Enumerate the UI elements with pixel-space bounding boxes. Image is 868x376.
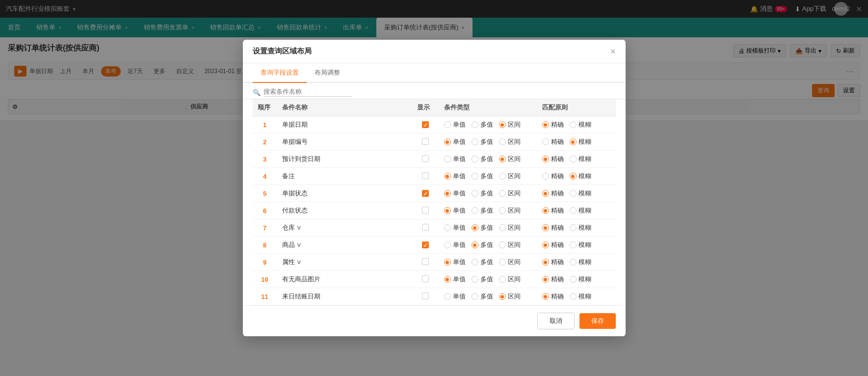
- row-type-radio: 单值多值区间: [439, 116, 537, 121]
- row-order: 1: [253, 116, 277, 121]
- modal-col-match: 匹配原则: [537, 99, 616, 116]
- modal-table-row: 1单据日期✓单值多值区间精确模糊: [253, 116, 616, 121]
- modal-search-area: 🔍: [243, 83, 626, 99]
- modal-col-display: 显示: [412, 99, 439, 116]
- modal-table-wrap: 顺序 条件名称 显示 条件类型 匹配原则 1单据日期✓单值多值区间精确模糊2单据…: [243, 99, 626, 120]
- modal-overlay: 设置查询区域布局 × 查询字段设置 布局调整 🔍 顺序: [0, 0, 868, 120]
- modal-table: 顺序 条件名称 显示 条件类型 匹配原则 1单据日期✓单值多值区间精确模糊2单据…: [253, 99, 616, 120]
- search-icon: 🔍: [253, 89, 261, 96]
- modal-close-btn[interactable]: ×: [610, 47, 616, 56]
- modal-tab-layout[interactable]: 布局调整: [307, 63, 348, 83]
- modal-tab-query-fields[interactable]: 查询字段设置: [253, 63, 307, 83]
- search-input[interactable]: [263, 88, 352, 95]
- modal: 设置查询区域布局 × 查询字段设置 布局调整 🔍 顺序: [243, 40, 626, 120]
- modal-col-name: 条件名称: [277, 99, 412, 116]
- row-match-radio: 精确模糊: [537, 116, 616, 121]
- row-condition-name: 单据日期: [277, 116, 412, 121]
- modal-col-type: 条件类型: [439, 99, 537, 116]
- modal-tabs: 查询字段设置 布局调整: [243, 63, 626, 83]
- modal-col-order: 顺序: [253, 99, 277, 116]
- modal-title: 设置查询区域布局: [253, 47, 312, 56]
- row-display-checkbox[interactable]: ✓: [412, 116, 439, 121]
- modal-header: 设置查询区域布局 ×: [243, 40, 626, 63]
